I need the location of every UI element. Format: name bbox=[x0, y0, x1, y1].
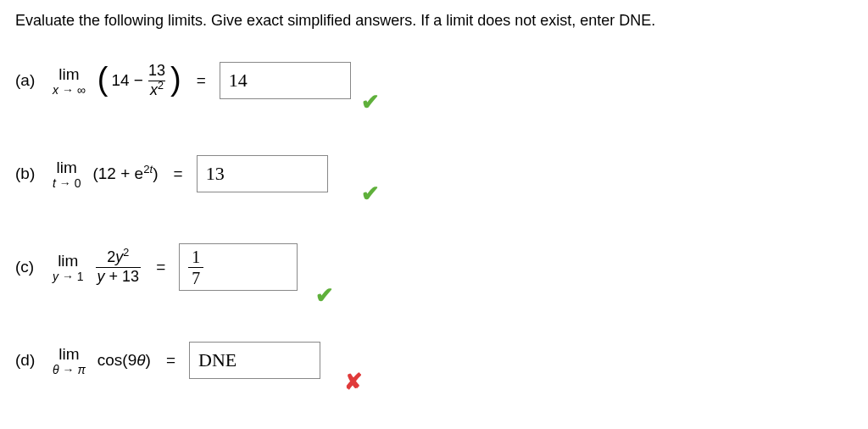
problem-b-limit: lim t → 0 bbox=[53, 159, 81, 189]
equals-sign: = bbox=[197, 71, 206, 90]
close-paren: ) bbox=[170, 68, 181, 91]
fraction: 2y2 y + 13 bbox=[96, 249, 142, 286]
problems-list: (a) lim x → ∞ ( 14 − 13 x2 ) = 14 ✔ (b) … bbox=[15, 55, 853, 386]
fraction-numerator: 13 bbox=[147, 63, 167, 81]
answer-fraction: 1 7 bbox=[188, 248, 203, 287]
problem-b: (b) lim t → 0 (12 + e2t) = 13 ✔ bbox=[15, 148, 853, 199]
answer-numerator: 1 bbox=[188, 248, 203, 268]
limit-text: lim bbox=[58, 253, 78, 269]
problem-d-label: (d) bbox=[15, 351, 39, 370]
limit-approach: θ → π bbox=[53, 364, 86, 376]
problem-d-expression: cos(9θ) bbox=[97, 351, 151, 370]
problem-c-label: (c) bbox=[15, 258, 39, 276]
problem-a-answer-input[interactable]: 14 bbox=[220, 62, 351, 99]
expr-text: cos(9θ) bbox=[97, 351, 151, 370]
open-paren: ( bbox=[97, 68, 108, 91]
limit-approach: x → ∞ bbox=[53, 84, 86, 96]
problem-d-answer-input[interactable]: DNE bbox=[189, 342, 320, 379]
limit-text: lim bbox=[58, 346, 79, 362]
limit-approach: y → 1 bbox=[53, 270, 84, 282]
equals-sign: = bbox=[156, 258, 165, 276]
check-icon: ✔ bbox=[361, 181, 380, 207]
fraction: 13 x2 bbox=[147, 63, 167, 99]
problem-d-limit: lim θ → π bbox=[53, 346, 86, 376]
problem-b-answer-input[interactable]: 13 bbox=[197, 155, 328, 192]
problem-b-label: (b) bbox=[15, 164, 39, 183]
problem-d: (d) lim θ → π cos(9θ) = DNE ✘ bbox=[15, 335, 853, 386]
problem-c: (c) lim y → 1 2y2 y + 13 = 1 7 ✔ bbox=[15, 242, 853, 292]
limit-approach: t → 0 bbox=[53, 177, 81, 189]
problem-c-answer-input[interactable]: 1 7 bbox=[179, 243, 298, 291]
problem-c-limit: lim y → 1 bbox=[53, 253, 84, 282]
problem-a-expression: ( 14 − 13 x2 ) bbox=[97, 63, 181, 99]
limit-text: lim bbox=[58, 66, 79, 82]
expr-text: (12 + e2t) bbox=[92, 164, 158, 183]
check-icon: ✔ bbox=[361, 89, 380, 115]
equals-sign: = bbox=[174, 164, 183, 183]
answer-denominator: 7 bbox=[188, 268, 203, 287]
problem-a-limit: lim x → ∞ bbox=[53, 66, 86, 96]
fraction-denominator: x2 bbox=[148, 81, 165, 99]
limit-text: lim bbox=[57, 159, 77, 176]
equals-sign: = bbox=[166, 351, 175, 370]
expr-text: 14 − bbox=[111, 71, 143, 90]
fraction-numerator: 2y2 bbox=[105, 249, 131, 267]
problem-a: (a) lim x → ∞ ( 14 − 13 x2 ) = 14 ✔ bbox=[15, 55, 853, 106]
problem-a-label: (a) bbox=[15, 71, 39, 90]
problem-b-expression: (12 + e2t) bbox=[92, 164, 158, 183]
cross-icon: ✘ bbox=[344, 369, 363, 395]
fraction-denominator: y + 13 bbox=[96, 267, 142, 286]
problem-c-expression: 2y2 y + 13 bbox=[96, 249, 142, 286]
check-icon: ✔ bbox=[315, 282, 334, 309]
instructions-text: Evaluate the following limits. Give exac… bbox=[15, 12, 853, 30]
